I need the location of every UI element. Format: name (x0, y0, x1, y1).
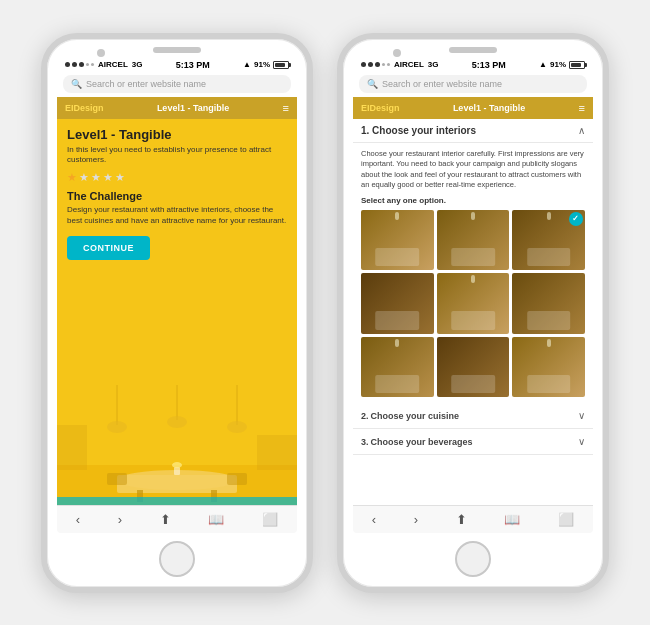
nav-bookmarks-1[interactable]: 📖 (208, 512, 224, 527)
interior-option-4[interactable] (361, 273, 434, 334)
network-label-1: 3G (132, 60, 143, 69)
signal-dot-5 (91, 63, 94, 66)
nav-tabs-2[interactable]: ⬜ (558, 512, 574, 527)
phone-1: AIRCEL 3G 5:13 PM ▲ 91% 🔍 Search or ente… (41, 33, 313, 593)
battery-icon-2 (569, 61, 585, 69)
svg-point-10 (167, 416, 187, 428)
home-button-2[interactable] (455, 541, 491, 577)
bottom-nav-1: ‹ › ⬆ 📖 ⬜ (57, 505, 297, 533)
nav-back-1[interactable]: ‹ (76, 512, 80, 527)
search-icon-2: 🔍 (367, 79, 378, 89)
section-1-title: 1. Choose your interiors (361, 125, 476, 136)
section-3-chevron: ∨ (578, 436, 585, 447)
section-1-desc: Choose your restaurant interior carefull… (361, 149, 585, 191)
status-left-1: AIRCEL 3G (65, 60, 142, 69)
section-3-title: 3. (361, 437, 369, 447)
svg-point-8 (107, 421, 127, 433)
signal-dot-1 (65, 62, 70, 67)
hamburger-menu-2[interactable]: ≡ (579, 102, 585, 114)
star-3: ★ (91, 171, 101, 184)
network-label-2: 3G (428, 60, 439, 69)
svg-rect-17 (57, 497, 297, 505)
battery-label-2: 91% (550, 60, 566, 69)
nav-share-1[interactable]: ⬆ (160, 512, 171, 527)
app-header-2: EIDesign Level1 - Tangible ≡ (353, 97, 593, 119)
interior-option-8[interactable] (437, 337, 510, 398)
section-3-header[interactable]: 3. Choose your beverages ∨ (353, 429, 593, 455)
section-2-title: 2. (361, 411, 369, 421)
image-grid-1 (361, 210, 585, 398)
phone-bottom-1 (47, 533, 307, 587)
interior-option-1[interactable] (361, 210, 434, 271)
section-2-chevron: ∨ (578, 410, 585, 421)
time-label-2: 5:13 PM (472, 60, 506, 70)
time-label-1: 5:13 PM (176, 60, 210, 70)
nav-bookmarks-2[interactable]: 📖 (504, 512, 520, 527)
status-right-2: ▲ 91% (539, 60, 585, 69)
phone-speaker-1 (153, 47, 201, 53)
svg-point-12 (227, 421, 247, 433)
svg-rect-16 (257, 435, 297, 470)
interior-option-6[interactable] (512, 273, 585, 334)
section-3-label: Choose your beverages (371, 437, 578, 447)
search-bar-2[interactable]: 🔍 Search or enter website name (359, 75, 587, 93)
carrier-label-1: AIRCEL (98, 60, 128, 69)
signal-dot-2-3 (375, 62, 380, 67)
star-1: ★ (67, 171, 77, 184)
location-icon-1: ▲ (243, 60, 251, 69)
level-desc-1: In this level you need to establish your… (67, 145, 287, 166)
status-right-1: ▲ 91% (243, 60, 289, 69)
location-icon-2: ▲ (539, 60, 547, 69)
nav-forward-2[interactable]: › (414, 512, 418, 527)
signal-dot-2 (72, 62, 77, 67)
interior-option-7[interactable] (361, 337, 434, 398)
section-1-chevron: ∧ (578, 125, 585, 136)
content-area-2: 1. Choose your interiors ∧ Choose your r… (353, 119, 593, 505)
app-header-1: EIDesign Level1 - Tangible ≡ (57, 97, 297, 119)
phone-speaker-2 (449, 47, 497, 53)
section-1-header[interactable]: 1. Choose your interiors ∧ (353, 119, 593, 143)
home-button-1[interactable] (159, 541, 195, 577)
app-header-title-2: Level1 - Tangible (453, 103, 525, 113)
content-inner-1: Level1 - Tangible In this level you need… (57, 119, 297, 269)
svg-point-6 (172, 462, 182, 468)
phone-2: AIRCEL 3G 5:13 PM ▲ 91% 🔍 Search or ente… (337, 33, 609, 593)
section-2-label: Choose your cuisine (371, 411, 578, 421)
continue-button-1[interactable]: CONTINUE (67, 236, 150, 260)
signal-dot-3 (79, 62, 84, 67)
challenge-title-1: The Challenge (67, 190, 287, 202)
svg-rect-5 (174, 467, 180, 475)
svg-rect-2 (117, 475, 237, 493)
interior-option-9[interactable] (512, 337, 585, 398)
signal-dot-2-4 (382, 63, 385, 66)
challenge-desc-1: Design your restaurant with attractive i… (67, 205, 287, 226)
status-bar-2: AIRCEL 3G 5:13 PM ▲ 91% (353, 57, 593, 73)
select-any-label: Select any one option. (361, 196, 585, 205)
battery-fill-1 (275, 63, 285, 67)
section-2-header[interactable]: 2. Choose your cuisine ∨ (353, 403, 593, 429)
signal-dot-2-1 (361, 62, 366, 67)
battery-fill-2 (571, 63, 581, 67)
search-icon-1: 🔍 (71, 79, 82, 89)
nav-tabs-1[interactable]: ⬜ (262, 512, 278, 527)
interior-option-5[interactable] (437, 273, 510, 334)
search-bar-1[interactable]: 🔍 Search or enter website name (63, 75, 291, 93)
svg-rect-13 (107, 473, 127, 485)
nav-forward-1[interactable]: › (118, 512, 122, 527)
search-placeholder-1: Search or enter website name (86, 79, 206, 89)
interior-option-3[interactable] (512, 210, 585, 271)
star-2: ★ (79, 171, 89, 184)
level-title-1: Level1 - Tangible (67, 127, 287, 142)
signal-dot-2-2 (368, 62, 373, 67)
nav-share-2[interactable]: ⬆ (456, 512, 467, 527)
phone-top-bar-1 (47, 39, 307, 57)
status-left-2: AIRCEL 3G (361, 60, 438, 69)
content-area-1: Level1 - Tangible In this level you need… (57, 119, 297, 505)
section-1-body: Choose your restaurant interior carefull… (353, 143, 593, 404)
phone-top-bar-2 (343, 39, 603, 57)
hamburger-menu-1[interactable]: ≡ (283, 102, 289, 114)
search-placeholder-2: Search or enter website name (382, 79, 502, 89)
app-logo-1: EIDesign (65, 103, 104, 113)
interior-option-2[interactable] (437, 210, 510, 271)
nav-back-2[interactable]: ‹ (372, 512, 376, 527)
